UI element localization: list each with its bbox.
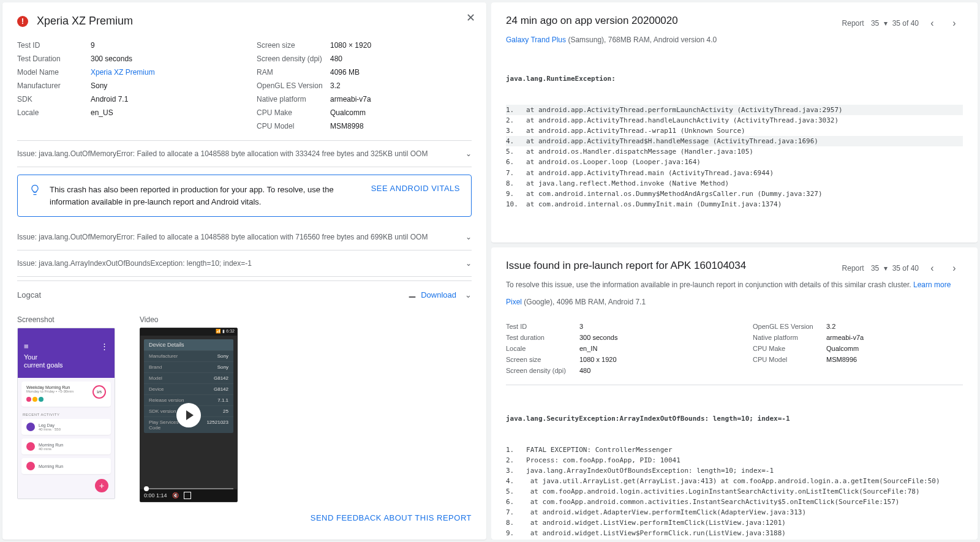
- device-specs: Test ID9Test Duration300 secondsModel Na…: [17, 39, 472, 141]
- download-button[interactable]: Download: [407, 290, 456, 299]
- stack-line: 4. at java.util.ArrayList.get(ArrayList.…: [506, 476, 963, 486]
- stack-line: 4. at android.app.ActivityThread$H.handl…: [506, 136, 963, 146]
- spec-row: Test duration300 seconds: [506, 332, 716, 343]
- pager-next-button[interactable]: ›: [946, 15, 963, 32]
- spec-row: Screen size1080 × 1920: [257, 39, 472, 52]
- stack-line: 7. at android.widget.AdapterView.perform…: [506, 507, 963, 518]
- download-icon: [407, 290, 417, 299]
- spec-row: Screen density (dpi)480: [506, 365, 716, 376]
- spec-row: SDKAndroid 7.1: [17, 92, 232, 106]
- logcat-row: Logcat Download ⌄: [17, 280, 472, 308]
- spec-row: CPU ModelMSM8998: [257, 119, 472, 133]
- logcat-label: Logcat: [17, 290, 41, 299]
- stack-line: 9. at com.android.internal.os.Dummy$Meth…: [506, 189, 963, 199]
- spec-row: Native platformarmeabi-v7a: [753, 332, 963, 343]
- prelaunch-report-panel: Issue found in pre-launch report for APK…: [491, 247, 978, 540]
- stack-line: 3. at android.app.ActivityThread.-wrap11…: [506, 126, 963, 136]
- pager-prev-button[interactable]: ‹: [924, 15, 941, 32]
- spec-row: ManufacturerSony: [17, 79, 232, 92]
- issue-text: Issue: java.lang.ArrayIndexOutOfBoundsEx…: [17, 259, 252, 268]
- spec-row: Test ID3: [506, 321, 716, 332]
- stack-trace: java.lang.SecurityException:ArrayIndexOu…: [506, 393, 963, 540]
- stack-line: 6. at com.fooApp.android.common.activiti…: [506, 497, 963, 507]
- spec-row: CPU MakeQualcomm: [753, 343, 963, 354]
- video-thumbnail[interactable]: 📶 ▮ 6:32 Device Details ManufacturerSony…: [140, 328, 238, 502]
- chevron-down-icon: ⌄: [466, 149, 472, 158]
- learn-more-link[interactable]: Learn more: [913, 280, 951, 289]
- stack-line: 5. at android.os.Handler.dispatchMessage…: [506, 146, 963, 157]
- spec-row: Model NameXperia XZ Premium: [17, 66, 232, 79]
- issue-row-2[interactable]: Issue: java.lang.OutOfMemoryError: Faile…: [17, 224, 472, 250]
- chevron-down-icon: ⌄: [466, 259, 472, 268]
- spec-row: OpenGL ES Version3.2: [753, 321, 963, 332]
- pager-next-button[interactable]: ›: [946, 260, 963, 277]
- pager-prev-button[interactable]: ‹: [924, 260, 941, 277]
- spec-row: Localeen_IN: [506, 343, 716, 354]
- chevron-down-icon[interactable]: ⌄: [465, 290, 472, 299]
- device-link[interactable]: Galaxy Trand Plus: [506, 36, 566, 44]
- close-button[interactable]: ✕: [466, 11, 475, 24]
- stack-line: 2. at android.app.ActivityThread.handleL…: [506, 115, 963, 126]
- tip-text: This crash has also been reported in pro…: [50, 184, 363, 208]
- video-time: 0:00 1:14: [144, 492, 167, 499]
- stack-line: 6. at android.os.Looper.loop (Looper.jav…: [506, 157, 963, 167]
- spec-row: Localeen_US: [17, 106, 232, 119]
- see-android-vitals-link[interactable]: SEE ANDROID VITALS: [371, 184, 460, 193]
- stack-line: 7. at android.app.ActivityThread.main (A…: [506, 168, 963, 178]
- issue-row-3[interactable]: Issue: java.lang.ArrayIndexOutOfBoundsEx…: [17, 250, 472, 277]
- stack-line: 8. at java.lang.reflect.Method.invoke (N…: [506, 178, 963, 189]
- spec-row: RAM4096 MB: [257, 66, 472, 79]
- send-feedback-link[interactable]: SEND FEEDBACK ABOUT THIS REPORT: [311, 513, 472, 522]
- spec-row: CPU ModelMSM8996: [753, 354, 963, 365]
- stack-line: 1. at android.app.ActivityThread.perform…: [506, 105, 963, 115]
- error-icon: !: [17, 16, 28, 27]
- spec-row: CPU MakeQualcomm: [257, 106, 472, 119]
- spec-row: Screen size1080 x 1920: [506, 354, 716, 365]
- play-icon[interactable]: [176, 403, 201, 427]
- issue-text: Issue: java.lang.OutOfMemoryError: Faile…: [17, 149, 428, 158]
- crash-report-panel: 24 min ago on app version 20200020 Repor…: [491, 2, 978, 243]
- report-selector[interactable]: Report 35 ▾: [842, 264, 888, 273]
- prelaunch-title: Issue found in pre-launch report for APK…: [506, 260, 746, 272]
- chevron-down-icon: ⌄: [466, 233, 472, 241]
- device-details-panel: ✕ ! Xperia XZ Premium Test ID9Test Durat…: [2, 2, 486, 540]
- model-link[interactable]: Xperia XZ Premium: [91, 68, 155, 77]
- screenshot-thumbnail[interactable]: ≡ ⋮ Yourcurrent goals 3/5 Weekday Mornin…: [17, 328, 115, 499]
- stack-line: 1. FATAL EXCEPTION: ControllerMessenger: [506, 445, 963, 455]
- stack-line: 2. Process: com.fooApp.fooApp, PID: 1004…: [506, 455, 963, 465]
- pager-count: 35 of 40: [892, 19, 919, 28]
- stack-line: 5. at com.fooApp.android.login.activitie…: [506, 486, 963, 497]
- device-link[interactable]: Pixel: [506, 298, 522, 306]
- spec-row: Test Duration300 seconds: [17, 52, 232, 66]
- stack-line: 10. at com.android.internal.os.DummyInit…: [506, 199, 963, 209]
- fullscreen-icon[interactable]: [184, 492, 191, 499]
- issue-text: Issue: java.lang.OutOfMemoryError: Faile…: [17, 233, 428, 241]
- spec-row: OpenGL ES Version3.2: [257, 79, 472, 92]
- stack-line: 10. at android.widget.ListView$3.run(Lis…: [506, 538, 963, 540]
- spec-row: Screen density (dpi)480: [257, 52, 472, 66]
- video-scrubber[interactable]: [144, 488, 233, 489]
- issue-row-1[interactable]: Issue: java.lang.OutOfMemoryError: Faile…: [17, 141, 472, 167]
- report-selector[interactable]: Report 35 ▾: [842, 19, 888, 28]
- pager-count: 35 of 40: [892, 264, 919, 273]
- stack-line: 8. at android.widget.ListView.performIte…: [506, 518, 963, 528]
- stack-trace: java.lang.RuntimeException: 1. at androi…: [506, 53, 963, 230]
- device-title: Xperia XZ Premium: [37, 15, 133, 28]
- screenshot-label: Screenshot: [17, 315, 115, 324]
- stack-line: 9. at android.widget.ListView$PerformCli…: [506, 528, 963, 538]
- video-label: Video: [140, 315, 238, 324]
- spec-row: Native platformarmeabi-v7a: [257, 92, 472, 106]
- crash-title: 24 min ago on app version 20200020: [506, 15, 678, 27]
- lightbulb-icon: [29, 184, 41, 196]
- volume-icon[interactable]: 🔇: [172, 492, 179, 499]
- spec-row: Test ID9: [17, 39, 232, 52]
- stack-line: 3. java.lang.ArrayIndexOutOfBoundsExcept…: [506, 465, 963, 476]
- tip-box: This crash has also been reported in pro…: [17, 175, 472, 217]
